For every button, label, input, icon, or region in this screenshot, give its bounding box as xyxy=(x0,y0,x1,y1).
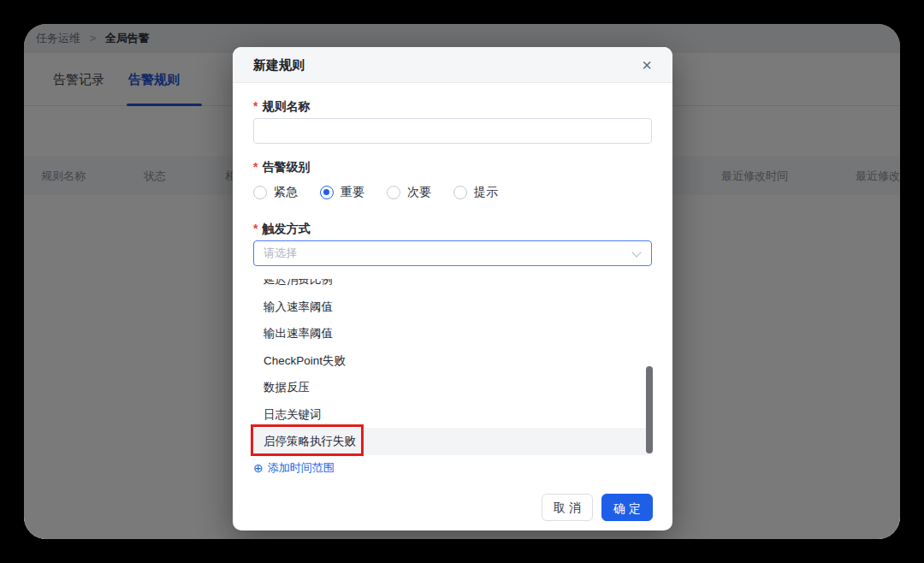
radio-label: 提示 xyxy=(474,185,498,200)
rule-name-input[interactable] xyxy=(253,118,652,144)
confirm-button[interactable]: 确定 xyxy=(601,494,653,521)
chevron-down-icon xyxy=(631,247,641,257)
rule-name-label: *规则名称 xyxy=(253,99,310,115)
trigger-method-select[interactable]: 请选择 xyxy=(253,240,652,266)
dropdown-option-label: 输入速率阈值 xyxy=(264,300,333,313)
radio-circle-icon[interactable] xyxy=(320,186,334,199)
add-time-range-link[interactable]: ⊕ 添加时间范围 xyxy=(253,460,335,476)
dropdown-option[interactable]: 输出速率阈值 xyxy=(253,320,652,347)
dropdown-option[interactable]: 日志关键词 xyxy=(253,401,652,429)
dropdown-option-label: 数据反压 xyxy=(264,381,310,394)
rule-name-label-text: 规则名称 xyxy=(262,99,310,113)
alert-level-label: *告警级别 xyxy=(253,160,310,175)
trigger-method-label: *触发方式 xyxy=(253,222,310,237)
cancel-button[interactable]: 取消 xyxy=(542,494,593,521)
radio-circle-icon[interactable] xyxy=(453,186,467,199)
dropdown-option-label: 输出速率阈值 xyxy=(264,327,333,340)
required-asterisk: * xyxy=(253,160,258,174)
dropdown-option-label: 延迟消费比例 xyxy=(264,279,333,286)
alert-level-radio-group: 紧急 重要 次要 提示 xyxy=(253,185,498,200)
dropdown-option[interactable]: CheckPoint失败 xyxy=(253,347,652,375)
radio-circle-icon[interactable] xyxy=(387,186,400,199)
radio-label: 次要 xyxy=(407,185,431,200)
dropdown-option[interactable]: 输入速率阈值 xyxy=(253,293,652,321)
dropdown-option-label: 日志关键词 xyxy=(264,408,322,421)
alert-level-label-text: 告警级别 xyxy=(262,160,310,174)
radio-option[interactable]: 提示 xyxy=(453,185,498,200)
dropdown-option-label: 启停策略执行失败 xyxy=(264,435,356,447)
new-rule-modal: 新建规则 × *规则名称 *告警级别 紧急 重要 xyxy=(233,47,672,530)
dropdown-option-list: 延迟消费比例 输入速率阈值 输出速率阈值 CheckPoint失败 xyxy=(253,279,652,455)
close-icon[interactable]: × xyxy=(635,47,659,83)
dropdown-option[interactable]: 数据反压 xyxy=(253,374,652,401)
modal-header: 新建规则 × xyxy=(233,47,672,83)
screenshot-canvas: 任务运维 > 全局告警 告警记录 告警规则 规则名称 状态 相关任务 最近修改时… xyxy=(0,0,924,563)
select-placeholder: 请选择 xyxy=(264,241,297,265)
radio-label: 重要 xyxy=(341,185,364,200)
radio-label: 紧急 xyxy=(274,185,298,200)
required-asterisk: * xyxy=(253,99,258,113)
plus-circle-icon: ⊕ xyxy=(253,462,264,474)
dropdown-option[interactable]: 启停策略执行失败 xyxy=(253,428,652,455)
trigger-method-label-text: 触发方式 xyxy=(262,222,310,235)
required-asterisk: * xyxy=(253,222,258,235)
add-time-range-label: 添加时间范围 xyxy=(268,460,335,476)
dropdown-option-label: CheckPoint失败 xyxy=(264,354,346,367)
dropdown-option[interactable]: 延迟消费比例 xyxy=(253,279,652,293)
radio-option[interactable]: 次要 xyxy=(387,185,431,200)
radio-option[interactable]: 紧急 xyxy=(253,185,298,200)
radio-option[interactable]: 重要 xyxy=(320,185,364,200)
modal-title: 新建规则 xyxy=(253,47,305,83)
dropdown-scrollbar-thumb[interactable] xyxy=(646,366,653,453)
radio-circle-icon[interactable] xyxy=(253,186,267,199)
trigger-method-dropdown: 延迟消费比例 输入速率阈值 输出速率阈值 CheckPoint失败 xyxy=(253,279,652,456)
